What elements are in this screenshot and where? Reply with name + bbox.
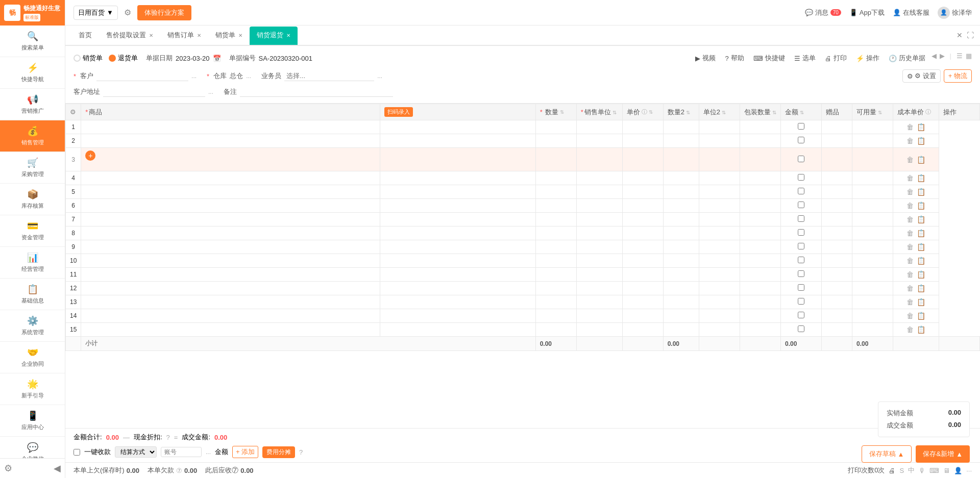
add-payment-btn[interactable]: + 添加	[232, 446, 258, 458]
expense-split-btn[interactable]: 费用分摊	[262, 446, 295, 458]
amount-sort-icon[interactable]: ⇅	[800, 110, 804, 115]
settings-btn[interactable]: ⚙ ⚙ 设置	[902, 69, 941, 83]
delete-row-icon-3[interactable]: 🗑	[906, 156, 914, 164]
gift-checkbox-11[interactable]	[798, 270, 804, 277]
delete-row-icon-8[interactable]: 🗑	[906, 229, 914, 237]
tab-sales-delivery[interactable]: 销货单 ✕	[208, 27, 250, 45]
delete-row-icon-12[interactable]: 🗑	[906, 284, 914, 292]
next-record-icon[interactable]: ▶	[940, 52, 945, 64]
video-btn[interactable]: ▶ 视频	[692, 52, 719, 64]
customer-ellipsis-btn[interactable]: ...	[191, 72, 197, 80]
list-view-icon[interactable]: ☰	[957, 52, 963, 64]
sidebar-item-search[interactable]: 🔍 搜索菜单	[0, 26, 65, 57]
save-draft-btn[interactable]: 保存草稿 ▲	[862, 445, 912, 463]
tab-sales-order[interactable]: 销售订单 ✕	[160, 27, 208, 45]
select-bill-btn[interactable]: ☰ 选单	[791, 52, 819, 64]
gift-checkbox-12[interactable]	[798, 284, 804, 291]
sidebar-item-basic[interactable]: 📋 基础信息	[0, 279, 65, 310]
history-btn[interactable]: 🕐 历史单据	[886, 52, 928, 64]
copy-row-icon-5[interactable]: 📋	[917, 188, 925, 196]
delete-row-icon-1[interactable]: 🗑	[906, 123, 914, 131]
table-settings-icon[interactable]: ⚙	[70, 108, 76, 116]
copy-row-icon-6[interactable]: 📋	[917, 202, 925, 210]
remark-input[interactable]	[240, 87, 393, 97]
save-new-btn[interactable]: 保存&新增 ▲	[916, 445, 970, 463]
copy-row-icon-1[interactable]: 📋	[917, 123, 925, 131]
copy-row-icon-12[interactable]: 📋	[917, 284, 925, 292]
expense-help-icon[interactable]: ?	[299, 448, 303, 456]
salesman-input[interactable]	[284, 71, 374, 81]
close-tab-btn[interactable]: ✕	[957, 31, 963, 39]
gift-checkbox-14[interactable]	[798, 312, 804, 318]
grid-view-icon[interactable]: ▦	[966, 52, 972, 64]
online-service-item[interactable]: 👤 在线客服	[893, 8, 929, 17]
gift-checkbox-8[interactable]	[798, 229, 804, 236]
copy-row-icon-13[interactable]: 📋	[917, 298, 925, 306]
collapse-icon[interactable]: ◀	[54, 463, 61, 474]
gift-checkbox-4[interactable]	[798, 174, 804, 181]
account-input[interactable]	[161, 447, 202, 457]
pack-sort-icon[interactable]: ⇅	[772, 110, 776, 115]
sidebar-item-inventory[interactable]: 📦 库存核算	[0, 184, 65, 215]
one-click-payment-checkbox[interactable]	[74, 449, 80, 456]
help-btn[interactable]: ? 帮助	[722, 52, 747, 64]
salesman-ellipsis-btn[interactable]: ...	[377, 72, 382, 80]
tab-price-settings[interactable]: 售价提取设置 ✕	[99, 27, 160, 45]
unit2-sort-icon[interactable]: ⇅	[722, 110, 726, 115]
copy-row-icon-11[interactable]: 📋	[917, 270, 925, 279]
delete-row-icon-13[interactable]: 🗑	[906, 298, 914, 306]
expand-tab-btn[interactable]: ⛶	[967, 31, 974, 39]
gift-checkbox-5[interactable]	[798, 188, 804, 194]
gift-checkbox-1[interactable]	[798, 123, 804, 130]
address-ellipsis-btn[interactable]: ...	[208, 88, 213, 95]
copy-row-icon-8[interactable]: 📋	[917, 229, 925, 237]
gift-checkbox-3[interactable]	[798, 156, 804, 162]
qty-sort-icon[interactable]: ⇅	[560, 109, 564, 115]
copy-row-icon-2[interactable]: 📋	[917, 137, 925, 145]
avail-sort-icon[interactable]: ⇅	[878, 110, 882, 115]
tab-close-sales-return[interactable]: ✕	[286, 33, 290, 38]
price-sort-icon[interactable]: ⇅	[649, 109, 653, 115]
tab-sales-return[interactable]: 销货退货 ✕	[250, 27, 298, 45]
calc-method-select[interactable]: 结算方式	[115, 446, 157, 458]
gift-checkbox-2[interactable]	[798, 137, 804, 143]
settings-icon[interactable]: ⚙	[124, 8, 131, 17]
delete-row-icon-15[interactable]: 🗑	[906, 325, 914, 334]
tab-close-price-settings[interactable]: ✕	[149, 33, 153, 38]
gift-checkbox-10[interactable]	[798, 257, 804, 263]
price-info-icon[interactable]: ⓘ	[642, 108, 647, 116]
print-taskbar-icon[interactable]: 🖨	[889, 467, 895, 474]
sidebar-item-wechat[interactable]: 💬 企业微信	[0, 437, 65, 458]
radio-return[interactable]: 退货单	[109, 54, 138, 63]
copy-row-icon-10[interactable]: 📋	[917, 257, 925, 265]
delete-row-icon-2[interactable]: 🗑	[906, 137, 914, 145]
gift-checkbox-6[interactable]	[798, 202, 804, 208]
scan-barcode-btn[interactable]: 扫码录入	[384, 107, 413, 117]
delete-row-icon-11[interactable]: 🗑	[906, 270, 914, 279]
calendar-icon[interactable]: 📅	[213, 55, 221, 62]
sidebar-item-enterprise[interactable]: 🤝 企业协同	[0, 342, 65, 373]
tab-home[interactable]: 首页	[71, 27, 99, 45]
tab-close-sales-delivery[interactable]: ✕	[238, 33, 242, 38]
delete-row-icon-10[interactable]: 🗑	[906, 257, 914, 265]
delete-row-icon-6[interactable]: 🗑	[906, 202, 914, 210]
sidebar-item-marketing[interactable]: 📢 营销推广	[0, 89, 65, 120]
copy-row-icon-14[interactable]: 📋	[917, 312, 925, 320]
operate-btn[interactable]: ⚡ 操作	[853, 52, 883, 64]
gift-checkbox-13[interactable]	[798, 298, 804, 305]
user-item[interactable]: 👤 徐泽华	[938, 7, 972, 19]
sidebar-item-system[interactable]: ⚙️ 系统管理	[0, 310, 65, 342]
copy-row-icon-7[interactable]: 📋	[917, 215, 925, 223]
copy-row-icon-4[interactable]: 📋	[917, 174, 925, 182]
copy-row-icon-3[interactable]: 📋	[917, 156, 925, 164]
delete-row-icon-9[interactable]: 🗑	[906, 243, 914, 251]
prev-record-icon[interactable]: ◀	[932, 52, 937, 64]
shortcut-btn[interactable]: ⌨ 快捷键	[750, 52, 788, 64]
gift-checkbox-7[interactable]	[798, 215, 804, 222]
radio-sales-delivery[interactable]: 销货单	[74, 54, 103, 63]
industry-select[interactable]: 日用百货 ▼	[74, 6, 118, 20]
app-download-item[interactable]: 📱 App下载	[849, 8, 885, 17]
sidebar-item-sales[interactable]: 💰 销售管理	[0, 120, 65, 152]
print-btn[interactable]: 🖨 打印	[822, 52, 850, 64]
cost-info-icon[interactable]: ⓘ	[925, 108, 931, 116]
